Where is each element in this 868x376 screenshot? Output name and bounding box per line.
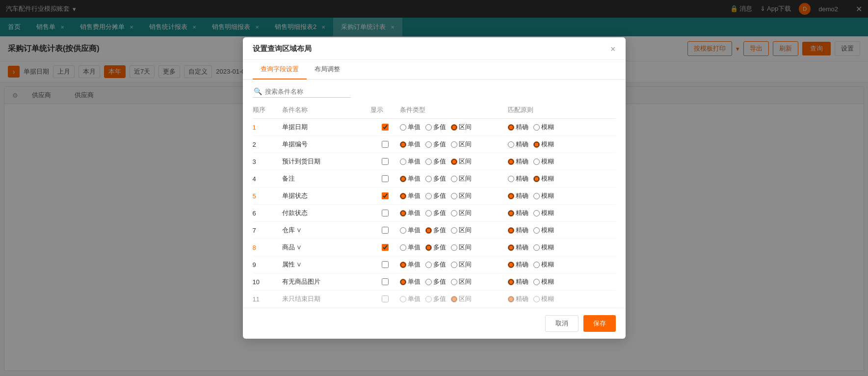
cond-multi-3[interactable]: 多值 bbox=[425, 157, 446, 166]
match-exact-8[interactable]: 精确 bbox=[508, 243, 528, 252]
cond-single-8[interactable]: 单值 bbox=[400, 243, 421, 252]
tab-query-fields[interactable]: 查询字段设置 bbox=[253, 60, 307, 80]
display-checkbox-10[interactable] bbox=[382, 278, 389, 285]
match-fuzzy-10[interactable]: 模糊 bbox=[533, 277, 554, 286]
match-exact-6[interactable]: 精确 bbox=[508, 209, 528, 217]
table-row: 11 来只结束日期 单值 多值 区间 精确 模糊 bbox=[253, 291, 616, 308]
cond-multi-9[interactable]: 多值 bbox=[425, 260, 446, 269]
match-fuzzy-9[interactable]: 模糊 bbox=[533, 260, 554, 269]
cond-range-9[interactable]: 区间 bbox=[451, 260, 472, 269]
match-fuzzy-11[interactable]: 模糊 bbox=[533, 295, 554, 303]
cond-multi-4[interactable]: 多值 bbox=[425, 174, 446, 183]
col-display: 显示 bbox=[370, 106, 400, 114]
match-fuzzy-2[interactable]: 模糊 bbox=[533, 140, 554, 149]
cond-range-3[interactable]: 区间 bbox=[451, 157, 472, 166]
col-order: 顺序 bbox=[253, 106, 282, 114]
match-fuzzy-6[interactable]: 模糊 bbox=[533, 209, 554, 217]
display-checkbox-8[interactable] bbox=[382, 244, 389, 251]
cond-multi-7[interactable]: 多值 bbox=[425, 226, 446, 235]
table-row: 10 有无商品图片 单值 多值 区间 精确 模糊 bbox=[253, 273, 616, 291]
cond-multi-1[interactable]: 多值 bbox=[425, 123, 446, 132]
match-fuzzy-4[interactable]: 模糊 bbox=[533, 174, 554, 183]
cond-range-2[interactable]: 区间 bbox=[451, 140, 472, 149]
display-checkbox-4[interactable] bbox=[382, 175, 389, 182]
cond-single-4[interactable]: 单值 bbox=[400, 174, 421, 183]
col-cond-type: 条件类型 bbox=[400, 106, 508, 114]
match-exact-9[interactable]: 精确 bbox=[508, 260, 528, 269]
match-fuzzy-1[interactable]: 模糊 bbox=[533, 123, 554, 132]
cond-multi-11[interactable]: 多值 bbox=[425, 295, 446, 303]
cond-multi-8[interactable]: 多值 bbox=[425, 243, 446, 252]
save-button[interactable]: 保存 bbox=[583, 315, 616, 332]
dialog-footer: 取消 保存 bbox=[243, 308, 626, 339]
display-checkbox-11[interactable] bbox=[382, 295, 389, 302]
dialog: 设置查询区域布局 × 查询字段设置 布局调整 🔍 顺序 条件名称 显示 条件类型… bbox=[243, 37, 626, 339]
cond-single-1[interactable]: 单值 bbox=[400, 123, 421, 132]
cond-range-1[interactable]: 区间 bbox=[451, 123, 472, 132]
cond-range-5[interactable]: 区间 bbox=[451, 191, 472, 200]
table-header: 顺序 条件名称 显示 条件类型 匹配原则 bbox=[253, 102, 616, 119]
cond-multi-6[interactable]: 多值 bbox=[425, 209, 446, 217]
table-row: 8 商品 ∨ 单值 多值 区间 精确 模糊 bbox=[253, 239, 616, 256]
display-checkbox-2[interactable] bbox=[382, 141, 389, 148]
cond-single-9[interactable]: 单值 bbox=[400, 260, 421, 269]
match-fuzzy-8[interactable]: 模糊 bbox=[533, 243, 554, 252]
match-exact-11[interactable]: 精确 bbox=[508, 295, 528, 303]
col-name: 条件名称 bbox=[282, 106, 370, 114]
dialog-search-area: 🔍 bbox=[243, 80, 626, 102]
cancel-button[interactable]: 取消 bbox=[545, 315, 579, 332]
cond-single-7[interactable]: 单值 bbox=[400, 226, 421, 235]
cond-single-6[interactable]: 单值 bbox=[400, 209, 421, 217]
match-exact-10[interactable]: 精确 bbox=[508, 277, 528, 286]
dialog-header: 设置查询区域布局 × bbox=[243, 37, 626, 60]
cond-range-10[interactable]: 区间 bbox=[451, 277, 472, 286]
display-checkbox-1[interactable] bbox=[382, 124, 389, 131]
display-checkbox-3[interactable] bbox=[382, 158, 389, 165]
cond-range-6[interactable]: 区间 bbox=[451, 209, 472, 217]
display-checkbox-5[interactable] bbox=[382, 192, 389, 199]
display-checkbox-6[interactable] bbox=[382, 210, 389, 216]
overlay: 设置查询区域布局 × 查询字段设置 布局调整 🔍 顺序 条件名称 显示 条件类型… bbox=[0, 0, 868, 376]
match-exact-2[interactable]: 精确 bbox=[508, 140, 528, 149]
match-fuzzy-3[interactable]: 模糊 bbox=[533, 157, 554, 166]
display-checkbox-9[interactable] bbox=[382, 261, 389, 268]
cond-multi-2[interactable]: 多值 bbox=[425, 140, 446, 149]
match-exact-1[interactable]: 精确 bbox=[508, 123, 528, 132]
dialog-tabs: 查询字段设置 布局调整 bbox=[243, 60, 626, 80]
match-exact-3[interactable]: 精确 bbox=[508, 157, 528, 166]
table-row: 5 单据状态 单值 多值 区间 精确 模糊 bbox=[253, 188, 616, 205]
table-row: 7 仓库 ∨ 单值 多值 区间 精确 模糊 bbox=[253, 222, 616, 239]
search-icon: 🔍 bbox=[254, 87, 262, 95]
match-fuzzy-7[interactable]: 模糊 bbox=[533, 226, 554, 235]
cond-range-11[interactable]: 区间 bbox=[451, 295, 472, 303]
table-row: 4 备注 单值 多值 区间 精确 模糊 bbox=[253, 170, 616, 188]
match-exact-5[interactable]: 精确 bbox=[508, 191, 528, 200]
table-row: 2 单据编号 单值 多值 区间 精确 模糊 bbox=[253, 136, 616, 153]
cond-multi-5[interactable]: 多值 bbox=[425, 191, 446, 200]
display-checkbox-7[interactable] bbox=[382, 227, 389, 234]
col-match-rule: 匹配原则 bbox=[508, 106, 616, 114]
cond-multi-10[interactable]: 多值 bbox=[425, 277, 446, 286]
match-exact-4[interactable]: 精确 bbox=[508, 174, 528, 183]
dialog-close-button[interactable]: × bbox=[610, 45, 616, 54]
dialog-table: 顺序 条件名称 显示 条件类型 匹配原则 1 单据日期 单值 多值 区间 精确 bbox=[243, 102, 626, 308]
cond-range-8[interactable]: 区间 bbox=[451, 243, 472, 252]
cond-single-10[interactable]: 单值 bbox=[400, 277, 421, 286]
table-row: 6 付款状态 单值 多值 区间 精确 模糊 bbox=[253, 205, 616, 222]
match-fuzzy-5[interactable]: 模糊 bbox=[533, 191, 554, 200]
cond-single-5[interactable]: 单值 bbox=[400, 191, 421, 200]
table-row: 9 属性 ∨ 单值 多值 区间 精确 模糊 bbox=[253, 256, 616, 273]
tab-layout[interactable]: 布局调整 bbox=[307, 60, 348, 80]
cond-range-4[interactable]: 区间 bbox=[451, 174, 472, 183]
table-row: 3 预计到货日期 单值 多值 区间 精确 模糊 bbox=[253, 153, 616, 170]
cond-single-2[interactable]: 单值 bbox=[400, 140, 421, 149]
cond-range-7[interactable]: 区间 bbox=[451, 226, 472, 235]
search-wrap: 🔍 bbox=[253, 85, 351, 98]
search-input[interactable] bbox=[265, 88, 343, 95]
cond-single-3[interactable]: 单值 bbox=[400, 157, 421, 166]
cond-single-11[interactable]: 单值 bbox=[400, 295, 421, 303]
dialog-title: 设置查询区域布局 bbox=[253, 44, 312, 54]
table-row: 1 单据日期 单值 多值 区间 精确 模糊 bbox=[253, 119, 616, 136]
match-exact-7[interactable]: 精确 bbox=[508, 226, 528, 235]
